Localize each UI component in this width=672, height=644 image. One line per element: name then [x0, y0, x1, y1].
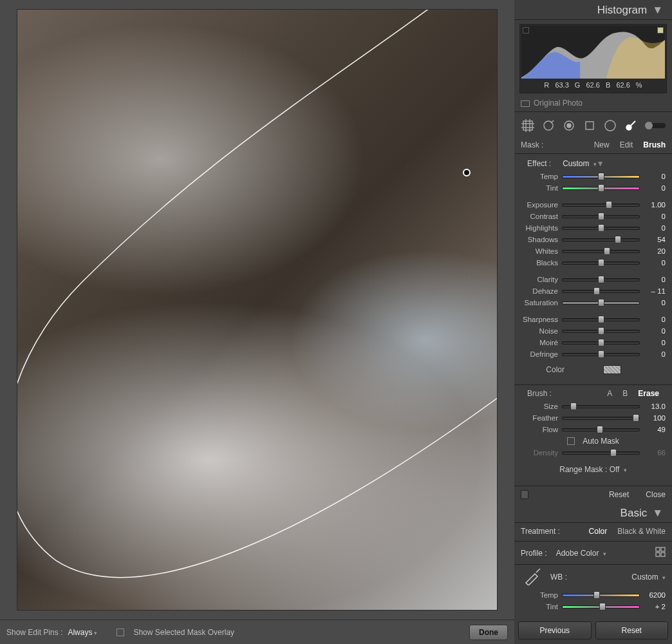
svg-point-9 — [605, 120, 615, 131]
clarity-slider[interactable] — [562, 275, 640, 284]
whites-slider[interactable] — [562, 247, 640, 256]
basic-tint-slider[interactable] — [562, 602, 640, 611]
mask-new[interactable]: New — [594, 140, 610, 149]
highlight-clip-icon[interactable] — [657, 27, 664, 33]
svg-rect-15 — [661, 553, 665, 556]
profile-label: Profile : — [521, 549, 547, 558]
photo-canvas[interactable] — [0, 0, 514, 620]
svg-rect-8 — [586, 122, 593, 129]
color-label: Color — [527, 365, 565, 374]
show-edit-pins-dropdown[interactable]: Always▾ — [68, 628, 97, 637]
svg-point-10 — [626, 125, 631, 130]
wb-dropdown[interactable]: Custom ▾ — [631, 573, 666, 582]
shadows-slider[interactable] — [562, 235, 640, 244]
brush-size-slider[interactable] — [562, 402, 640, 411]
highlights-slider[interactable] — [562, 223, 640, 232]
treatment-bw[interactable]: Black & White — [617, 527, 666, 536]
dehaze-slider[interactable] — [562, 287, 640, 296]
panel-toggle-switch[interactable] — [521, 490, 528, 499]
done-button[interactable]: Done — [469, 625, 508, 640]
mask-label: Mask : — [521, 140, 543, 149]
wb-label: WB : — [550, 573, 567, 582]
automask-checkbox[interactable] — [567, 437, 575, 445]
moire-slider[interactable] — [562, 338, 640, 347]
brush-a[interactable]: A — [607, 389, 612, 398]
adjustment-brush-tool-icon[interactable] — [624, 118, 638, 133]
overlay-checkbox[interactable] — [117, 629, 124, 636]
original-photo-toggle[interactable]: Original Photo — [514, 96, 672, 110]
contrast-slider[interactable] — [562, 212, 640, 221]
basic-temp-slider[interactable] — [562, 591, 640, 600]
show-edit-pins-label: Show Edit Pins : — [6, 628, 62, 637]
overlay-label: Show Selected Mask Overlay — [133, 628, 234, 637]
treatment-label: Treatment : — [521, 527, 560, 536]
histogram-graph[interactable] — [521, 26, 665, 79]
radial-filter-tool-icon[interactable] — [603, 118, 617, 133]
eyedropper-icon[interactable] — [521, 569, 544, 585]
tint-slider[interactable] — [562, 184, 640, 193]
mask-brush[interactable]: Brush — [643, 140, 666, 149]
brush-density-slider[interactable] — [562, 448, 640, 457]
close-link[interactable]: Close — [646, 490, 666, 499]
brush-label: Brush : — [527, 389, 552, 398]
redeye-tool-icon[interactable] — [562, 118, 576, 133]
treatment-color[interactable]: Color — [589, 527, 608, 536]
effect-collapse-icon[interactable]: ▼ — [597, 159, 604, 168]
temp-slider[interactable] — [562, 172, 640, 181]
profile-grid-icon[interactable] — [655, 547, 666, 559]
blacks-slider[interactable] — [562, 258, 640, 267]
defringe-slider[interactable] — [562, 350, 640, 359]
panel-switch-toggle[interactable] — [646, 123, 666, 128]
reset-button[interactable]: Reset — [595, 621, 669, 639]
svg-line-11 — [631, 121, 635, 126]
color-swatch[interactable] — [603, 365, 621, 374]
effect-label: Effect : — [527, 159, 551, 168]
edit-pin[interactable] — [463, 169, 471, 176]
bottom-toolbar: Show Edit Pins : Always▾ Show Selected M… — [0, 620, 514, 644]
rangemask-label: Range Mask : — [559, 465, 607, 474]
svg-point-7 — [567, 124, 571, 128]
svg-rect-13 — [661, 547, 665, 551]
noise-slider[interactable] — [562, 327, 640, 336]
svg-rect-14 — [656, 553, 660, 556]
rangemask-dropdown[interactable]: Off ▾ — [610, 465, 627, 474]
mask-edit[interactable]: Edit — [620, 140, 633, 149]
brush-b[interactable]: B — [622, 389, 628, 398]
brush-flow-slider[interactable] — [562, 425, 640, 434]
reset-link[interactable]: Reset — [609, 490, 629, 499]
saturation-slider[interactable] — [562, 298, 640, 307]
basic-panel-header[interactable]: Basic▼ — [514, 503, 672, 523]
svg-rect-12 — [656, 547, 660, 551]
graduated-filter-tool-icon[interactable] — [583, 118, 597, 133]
exposure-slider[interactable] — [562, 200, 640, 209]
crop-tool-icon[interactable] — [521, 118, 535, 133]
shadow-clip-icon[interactable] — [523, 27, 529, 33]
histogram-panel-header[interactable]: Histogram▼ — [514, 0, 672, 20]
brush-erase[interactable]: Erase — [638, 389, 659, 398]
effect-dropdown[interactable]: Custom ▾ — [563, 159, 597, 168]
previous-button[interactable]: Previous — [518, 621, 592, 639]
sharpness-slider[interactable] — [562, 315, 640, 324]
automask-label: Auto Mask — [583, 437, 619, 446]
profile-dropdown[interactable]: Adobe Color ▾ — [556, 549, 606, 558]
svg-rect-0 — [523, 121, 532, 130]
rgb-readout: R 63.3 G 62.6 B 62.6 % — [521, 79, 665, 91]
brush-feather-slider[interactable] — [562, 413, 640, 422]
spot-removal-tool-icon[interactable] — [541, 118, 555, 133]
